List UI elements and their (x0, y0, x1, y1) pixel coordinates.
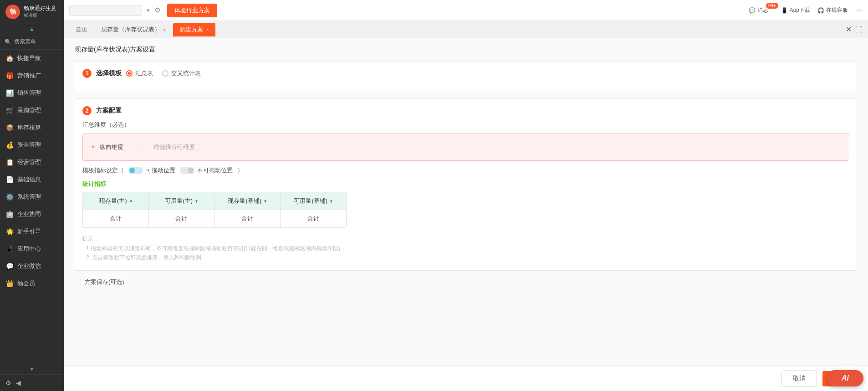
sidebar-item-finance[interactable]: 💰 资金管理 (0, 136, 64, 154)
sidebar-item-label: 畅会员 (17, 279, 35, 288)
messages-badge: 99+ (766, 3, 778, 9)
tab-inventory-label: 现存量（库存状况表） (101, 26, 160, 34)
radio-cross-label: 交叉统计表 (171, 69, 201, 77)
radio-cross[interactable]: 交叉统计表 (162, 69, 201, 77)
sidebar-item-basic-info[interactable]: 📄 基础信息 (0, 171, 64, 188)
app-download-link[interactable]: 📱 App下载 (781, 6, 810, 14)
sidebar-item-label: 基础信息 (17, 175, 41, 184)
tab-home[interactable]: 首页 (69, 23, 94, 36)
tab-inventory-close[interactable]: × (163, 27, 166, 32)
sidebar-item-label: 企业协同 (17, 210, 41, 218)
app-name: 畅康通好生意 (24, 5, 56, 12)
messages-link[interactable]: 💬 消息 99+ (749, 6, 774, 14)
collapse-icon[interactable]: ◀ (16, 379, 21, 386)
industry-btn[interactable]: 体验行业方案 (167, 4, 217, 17)
step1-header: 1 选择模板 汇总表 交叉统计表 (82, 69, 849, 78)
mobile-icon: 📱 (5, 245, 14, 253)
radio-summary[interactable]: 汇总表 (126, 69, 153, 77)
stats-th-2[interactable]: 现存量(基辅) ▾ (214, 192, 281, 210)
sidebar-item-wechat[interactable]: 💬 企业微信 (0, 257, 64, 275)
sidebar-item-marketing[interactable]: 🎁 营销推广 (0, 67, 64, 84)
expand-window-icon[interactable]: ⛶ (855, 26, 863, 34)
draggable-toggle[interactable]: 可拖动位置 (128, 166, 175, 175)
stats-table: 现存量(主) ▾ 可用量(主) ▾ 现存量(基辅) ▾ (82, 192, 347, 228)
save-option-label: 方案保存(可选) (85, 278, 124, 286)
stats-th-1[interactable]: 可用量(主) ▾ (149, 192, 215, 210)
sidebar-item-label: 资金管理 (17, 141, 41, 149)
save-checkbox[interactable] (75, 279, 81, 285)
radio-cross-dot (162, 70, 168, 77)
sidebar-item-sales[interactable]: 📊 销售管理 (0, 84, 64, 102)
sidebar-item-label: 系统管理 (17, 193, 41, 201)
star-icon: 🌟 (5, 227, 14, 236)
tab-new-close[interactable]: × (206, 27, 209, 32)
non-draggable-toggle-box (180, 167, 194, 174)
field-divider: —— (133, 144, 144, 151)
sidebar-item-system[interactable]: ⚙️ 系统管理 (0, 188, 64, 206)
field-placeholder[interactable]: 请选择分组维度 (153, 143, 195, 151)
user-avatar[interactable] (855, 9, 863, 12)
app-version: 标准版 (24, 12, 56, 19)
scroll-up-arrow[interactable]: ▲ (0, 24, 64, 34)
sidebar-item-label: 营销推广 (17, 72, 41, 80)
sidebar-item-app-center[interactable]: 📱 应用中心 (0, 240, 64, 257)
stats-th-0[interactable]: 现存量(主) ▾ (83, 192, 149, 210)
stats-section: 统计指标 现存量(主) ▾ 可用量(主) ▾ (82, 180, 849, 228)
tips-title: 提示： (82, 235, 849, 243)
sidebar-item-inventory[interactable]: 📦 库存核算 (0, 119, 64, 136)
sidebar-item-label: 库存核算 (17, 123, 41, 132)
step2-badge: 2 (82, 106, 92, 115)
close-window-icon[interactable]: ✕ (846, 25, 852, 34)
cancel-button[interactable]: 取消 (781, 370, 817, 387)
ai-bubble[interactable]: Ai (827, 370, 863, 386)
online-service-link[interactable]: 🎧 在线客服 (817, 6, 848, 14)
sidebar-search[interactable]: 🔍 搜索菜单 (0, 34, 64, 50)
page-content: 现存量(库存状况表)方案设置 1 选择模板 汇总表 交叉统计表 (64, 38, 868, 365)
sidebar-item-label: 销售管理 (17, 89, 41, 97)
cart-icon: 🛒 (5, 106, 14, 114)
money-icon: 💰 (5, 141, 14, 149)
sidebar-item-label: 快捷导航 (17, 54, 41, 62)
service-icon: 🎧 (817, 7, 824, 14)
sidebar-item-label: 经营管理 (17, 158, 41, 166)
step2-header: 2 方案配置 (82, 106, 849, 115)
save-option: 方案保存(可选) (75, 278, 857, 286)
settings-icon[interactable]: ⚙ (5, 379, 11, 386)
search-label: 搜索菜单 (14, 38, 36, 46)
stats-th-2-label: 现存量(基辅) (228, 197, 261, 205)
indicators-label-text: 模板指标设定（ (82, 166, 124, 175)
step1-title: 选择模板 (96, 69, 122, 77)
topbar-search-input[interactable] (69, 5, 142, 16)
sidebar-item-management[interactable]: 📋 经营管理 (0, 154, 64, 171)
topbar-chevron-icon[interactable]: ▾ (147, 7, 150, 14)
sidebar-item-label: 应用中心 (17, 245, 41, 253)
sidebar-item-new-guide[interactable]: 🌟 新手引导 (0, 223, 64, 240)
tip-1: 2. 点击标题栏下拉可设置排序、插入列和删除列 (82, 254, 849, 262)
sidebar-item-quick-nav[interactable]: 🏠 快捷导航 (0, 50, 64, 67)
stats-th-1-label: 可用量(主) (165, 197, 193, 205)
stats-th-3-label: 可用量(基辅) (294, 197, 327, 205)
sidebar-item-enterprise[interactable]: 🏢 企业协同 (0, 206, 64, 223)
sidebar-nav: 🏠 快捷导航 🎁 营销推广 📊 销售管理 🛒 采购管理 📦 库存核算 💰 资金管… (0, 50, 64, 364)
tab-new-plan[interactable]: 新建方案 × (173, 23, 215, 36)
stats-section-label: 统计指标 (82, 180, 849, 188)
sidebar-item-purchase[interactable]: 🛒 采购管理 (0, 102, 64, 119)
sidebar-footer: ⚙ ◀ (0, 374, 64, 391)
topbar-right: 💬 消息 99+ 📱 App下载 🎧 在线客服 (749, 6, 863, 14)
non-draggable-toggle[interactable]: 不可拖动位置 (180, 166, 233, 175)
stats-th-0-label: 现存量(主) (99, 197, 127, 205)
doc-icon: 📄 (5, 175, 14, 184)
stats-th-3[interactable]: 可用量(基辅) ▾ (281, 192, 347, 210)
sidebar-item-member[interactable]: 👑 畅会员 (0, 275, 64, 292)
stats-td-0: 合计 (83, 210, 149, 227)
summary-dimension-label: 汇总维度（必选） (82, 121, 849, 129)
search-icon: 🔍 (5, 39, 11, 45)
window-controls: ✕ ⛶ (846, 25, 863, 34)
scroll-down-arrow[interactable]: ▼ (0, 364, 64, 374)
chevron-down-icon-3: ▾ (330, 199, 332, 204)
download-icon: 📱 (781, 7, 788, 14)
topbar-gear-icon[interactable]: ⚙ (154, 6, 161, 15)
tab-inventory[interactable]: 现存量（库存状况表） × (95, 23, 172, 36)
section-step1: 1 选择模板 汇总表 交叉统计表 (75, 61, 857, 91)
indicators-toggle: 模板指标设定（ 可拖动位置 不可拖动位置 ） (82, 166, 849, 175)
